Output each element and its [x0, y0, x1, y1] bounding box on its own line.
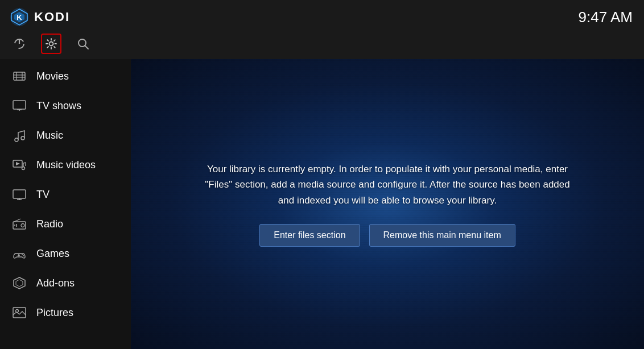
svg-rect-9 [14, 72, 25, 80]
content-area: Your library is currently empty. In orde… [131, 59, 644, 349]
music-videos-label: Music videos [36, 159, 96, 171]
pictures-label: Pictures [36, 307, 73, 319]
sidebar-item-tv-shows[interactable]: TV shows [0, 91, 131, 121]
svg-point-21 [22, 167, 25, 170]
sidebar-item-music[interactable]: Music [0, 121, 131, 150]
addons-icon [11, 275, 27, 291]
svg-rect-14 [13, 101, 26, 109]
tv-label: TV [36, 189, 49, 201]
svg-marker-33 [14, 277, 25, 289]
settings-button[interactable] [41, 34, 61, 54]
addons-label: Add-ons [36, 277, 75, 289]
sidebar-item-games[interactable]: Games [0, 239, 131, 268]
games-label: Games [36, 248, 69, 260]
movies-label: Movies [36, 70, 69, 82]
kodi-logo-icon: K [9, 7, 30, 27]
remove-menu-item-button[interactable]: Remove this main menu item [369, 224, 515, 247]
kodi-logo: K KODI [9, 7, 70, 27]
svg-text:K: K [16, 13, 22, 22]
svg-marker-34 [16, 280, 23, 286]
svg-marker-20 [16, 162, 20, 165]
svg-point-17 [15, 138, 18, 142]
kodi-title-text: KODI [34, 10, 70, 24]
sidebar: Movies TV shows Music Music videos TV [0, 59, 131, 349]
radio-icon [11, 216, 27, 232]
svg-rect-22 [13, 190, 26, 198]
main-layout: Movies TV shows Music Music videos TV [0, 59, 644, 349]
power-button[interactable] [9, 34, 30, 54]
header-left: K KODI [9, 7, 70, 27]
movies-icon [11, 68, 27, 84]
music-label: Music [36, 130, 63, 142]
action-buttons: Enter files section Remove this main men… [259, 224, 515, 247]
svg-point-6 [49, 42, 53, 46]
tv-shows-label: TV shows [36, 100, 81, 112]
svg-line-8 [85, 45, 88, 49]
games-icon [11, 246, 27, 261]
sidebar-item-music-videos[interactable]: Music videos [0, 150, 131, 180]
sidebar-item-movies[interactable]: Movies [0, 61, 131, 91]
sidebar-item-addons[interactable]: Add-ons [0, 268, 131, 298]
enter-files-button[interactable]: Enter files section [259, 224, 360, 247]
music-icon [11, 127, 27, 143]
header: K KODI 9:47 AM [0, 0, 644, 32]
clock: 9:47 AM [579, 9, 633, 26]
music-videos-icon [11, 157, 27, 173]
svg-point-32 [23, 255, 24, 256]
search-button[interactable] [73, 34, 93, 54]
radio-label: Radio [36, 218, 63, 230]
svg-point-26 [21, 224, 24, 227]
pictures-icon [11, 305, 27, 321]
sidebar-item-tv[interactable]: TV [0, 180, 131, 209]
svg-point-36 [16, 310, 19, 313]
top-nav [0, 32, 644, 59]
svg-point-31 [22, 254, 23, 255]
empty-library-message: Your library is currently empty. In orde… [200, 161, 575, 208]
content-inner: Your library is currently empty. In orde… [188, 150, 587, 258]
tv-icon [11, 186, 27, 202]
tv-shows-icon [11, 98, 27, 114]
sidebar-item-radio[interactable]: Radio [0, 209, 131, 239]
svg-point-18 [21, 136, 24, 140]
sidebar-item-pictures[interactable]: Pictures [0, 298, 131, 327]
